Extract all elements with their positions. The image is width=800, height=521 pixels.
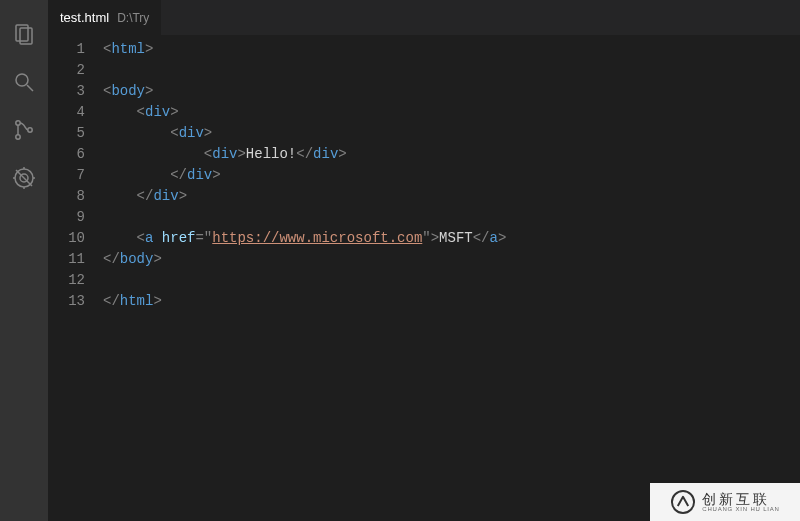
code-line: </div> bbox=[103, 165, 800, 186]
line-number: 1 bbox=[48, 39, 85, 60]
watermark-logo: 创新互联 CHUANG XIN HU LIAN bbox=[650, 483, 800, 521]
line-number: 6 bbox=[48, 144, 85, 165]
line-number: 4 bbox=[48, 102, 85, 123]
tab-test-html[interactable]: test.html D:\Try bbox=[48, 0, 161, 35]
activity-bar bbox=[0, 0, 48, 521]
line-number: 2 bbox=[48, 60, 85, 81]
line-number: 12 bbox=[48, 270, 85, 291]
code-line: <div>Hello!</div> bbox=[103, 144, 800, 165]
app-root: test.html D:\Try 1 2 3 4 5 6 7 8 9 10 11… bbox=[0, 0, 800, 521]
code-line: </html> bbox=[103, 291, 800, 312]
svg-point-5 bbox=[16, 135, 20, 139]
line-number: 5 bbox=[48, 123, 85, 144]
watermark-icon bbox=[670, 489, 696, 515]
code-editor[interactable]: 1 2 3 4 5 6 7 8 9 10 11 12 13 <html> bbox=[48, 35, 800, 521]
svg-line-8 bbox=[16, 170, 32, 186]
code-line: <a href="https://www.microsoft.com">MSFT… bbox=[103, 228, 800, 249]
explorer-icon[interactable] bbox=[0, 10, 48, 58]
line-number: 8 bbox=[48, 186, 85, 207]
watermark-text-en: CHUANG XIN HU LIAN bbox=[702, 506, 779, 512]
watermark-text-cn: 创新互联 bbox=[702, 492, 779, 506]
debug-icon[interactable] bbox=[0, 154, 48, 202]
line-number: 9 bbox=[48, 207, 85, 228]
code-line bbox=[103, 60, 800, 81]
line-number: 13 bbox=[48, 291, 85, 312]
code-line: <div> bbox=[103, 102, 800, 123]
line-number: 11 bbox=[48, 249, 85, 270]
svg-point-4 bbox=[16, 121, 20, 125]
line-number: 7 bbox=[48, 165, 85, 186]
line-number-gutter: 1 2 3 4 5 6 7 8 9 10 11 12 13 bbox=[48, 39, 103, 521]
svg-point-6 bbox=[28, 128, 32, 132]
tab-bar: test.html D:\Try bbox=[48, 0, 800, 35]
code-line: </div> bbox=[103, 186, 800, 207]
code-content[interactable]: <html> <body> <div> <div> <div>Hello!</d… bbox=[103, 39, 800, 521]
editor-main: test.html D:\Try 1 2 3 4 5 6 7 8 9 10 11… bbox=[48, 0, 800, 521]
code-line: <body> bbox=[103, 81, 800, 102]
source-control-icon[interactable] bbox=[0, 106, 48, 154]
code-line: <html> bbox=[103, 39, 800, 60]
tab-filename: test.html bbox=[60, 10, 109, 25]
line-number: 10 bbox=[48, 228, 85, 249]
code-line: <div> bbox=[103, 123, 800, 144]
line-number: 3 bbox=[48, 81, 85, 102]
search-icon[interactable] bbox=[0, 58, 48, 106]
svg-point-14 bbox=[672, 491, 694, 513]
code-line bbox=[103, 270, 800, 291]
tab-path: D:\Try bbox=[117, 11, 149, 25]
code-line bbox=[103, 207, 800, 228]
svg-point-2 bbox=[16, 74, 28, 86]
code-line: </body> bbox=[103, 249, 800, 270]
svg-line-3 bbox=[27, 85, 33, 91]
